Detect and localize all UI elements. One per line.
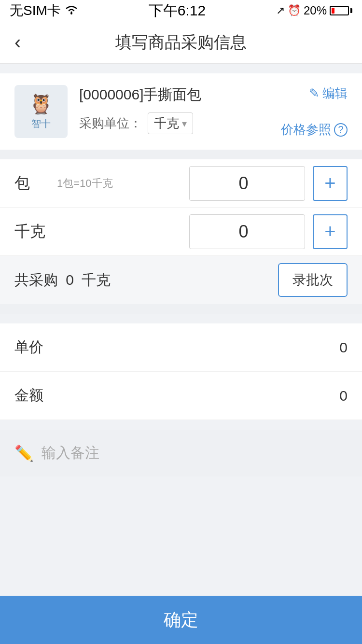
- bag-input-wrapper: +: [113, 166, 348, 201]
- remark-placeholder: 输入备注: [42, 443, 99, 463]
- divider-1: [0, 150, 362, 159]
- status-time: 下午6:12: [149, 1, 206, 21]
- price-reference-button[interactable]: 价格参照 ?: [281, 121, 348, 138]
- nav-bar: ‹ 填写商品采购信息: [0, 21, 362, 64]
- kg-label: 千克: [14, 221, 53, 242]
- bag-label: 包: [14, 173, 53, 194]
- bag-input-row: 包 1包=10千克 +: [0, 159, 362, 208]
- kg-quantity-input[interactable]: [189, 214, 305, 249]
- status-carrier: 无SIM卡: [10, 1, 78, 20]
- unit-price-value: 0: [339, 339, 348, 356]
- status-right: ↗ ⏰ 20%: [276, 4, 352, 17]
- chevron-down-icon: ▾: [182, 118, 187, 129]
- unit-value: 千克: [154, 115, 179, 132]
- unit-select[interactable]: 千克 ▾: [148, 112, 193, 134]
- kg-input-wrapper: +: [53, 214, 348, 249]
- location-icon: ↗: [276, 4, 285, 17]
- divider-2: [0, 304, 362, 314]
- confirm-button[interactable]: 确定: [0, 596, 362, 644]
- edit-button[interactable]: ✎ 编辑: [309, 85, 348, 102]
- total-label: 共采购 0 千克: [14, 270, 111, 290]
- total-row: 共采购 0 千克 录批次: [0, 256, 362, 304]
- spacer: [0, 476, 362, 612]
- input-section: 包 1包=10千克 + 千克 + 共采购 0 千克 录批次: [0, 159, 362, 304]
- carrier-text: 无SIM卡: [10, 1, 61, 20]
- back-button[interactable]: ‹: [14, 31, 21, 53]
- remark-section[interactable]: ✏️ 输入备注: [0, 430, 362, 476]
- amount-value: 0: [339, 388, 348, 404]
- unit-price-label: 单价: [14, 337, 43, 357]
- price-ref-label: 价格参照: [281, 121, 331, 138]
- svg-point-0: [70, 13, 72, 14]
- battery-percent: 20%: [304, 4, 327, 17]
- kg-input-row: 千克 +: [0, 208, 362, 256]
- total-value: 0: [66, 272, 74, 288]
- bag-sub-label: 1包=10千克: [57, 176, 113, 191]
- price-amount-section: 单价 0 金额 0: [0, 323, 362, 420]
- kg-increment-button[interactable]: +: [313, 214, 348, 249]
- record-batch-button[interactable]: 录批次: [278, 263, 348, 297]
- amount-row: 金额 0: [0, 372, 362, 420]
- confirm-label: 确定: [164, 608, 198, 632]
- status-bar: 无SIM卡 下午6:12 ↗ ⏰ 20%: [0, 0, 362, 21]
- product-owl-icon: 🦉: [29, 93, 53, 115]
- bag-increment-button[interactable]: +: [313, 166, 348, 201]
- battery-icon: [330, 6, 352, 15]
- bag-quantity-input[interactable]: [189, 166, 305, 201]
- alarm-icon: ⏰: [288, 4, 301, 17]
- unit-label: 采购单位：: [79, 115, 142, 132]
- product-name: [0000006]手撕面包: [79, 85, 348, 105]
- wifi-icon: [65, 3, 78, 18]
- page-title: 填写商品采购信息: [115, 31, 247, 54]
- unit-price-row: 单价 0: [0, 323, 362, 372]
- edit-label: 编辑: [322, 85, 348, 102]
- product-thumb-label: 智十: [31, 117, 51, 130]
- pencil-icon: ✏️: [14, 444, 34, 462]
- product-card: 🦉 智十 [0000006]手撕面包 采购单位： 千克 ▾ ✎ 编辑 价格参照 …: [0, 73, 362, 150]
- edit-icon: ✎: [309, 86, 320, 101]
- info-icon: ?: [334, 123, 348, 137]
- amount-label: 金额: [14, 386, 43, 406]
- product-thumbnail: 🦉 智十: [14, 85, 68, 138]
